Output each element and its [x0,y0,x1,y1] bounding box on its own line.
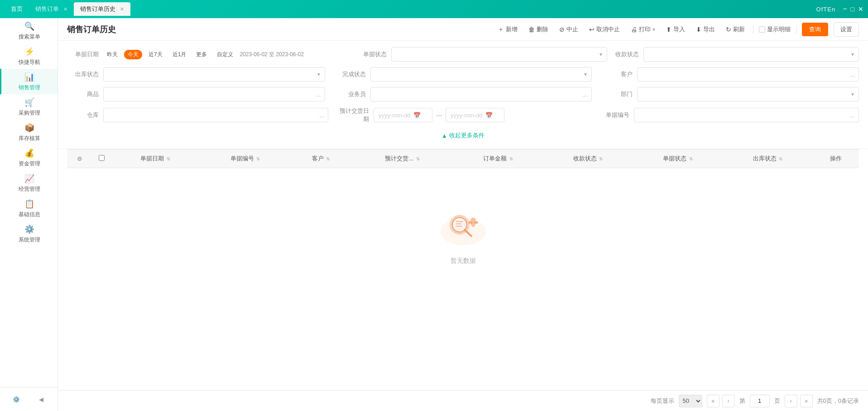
sidebar-settings-button[interactable]: ⚙️ [8,391,24,407]
filter-row-3: 商品 业务员 部门 ▾ [67,87,859,102]
header-row: ⚙ 单据日期 ⇅ 单据编号 ⇅ [67,150,859,168]
print-button[interactable]: 🖨 打印 ▾ [628,24,658,35]
payment-status-filter: 收款状态 ▾ [607,47,859,62]
delete-button[interactable]: 🗑 删除 [526,24,551,35]
sidebar-item-quick-nav[interactable]: ⚡ 快捷导航 [0,44,58,69]
sort-customer-icon[interactable]: ⇅ [326,156,330,161]
date-range-display: 2023-06-02 至 2023-06-02 [240,51,303,58]
sort-payment-icon[interactable]: ⇅ [599,156,603,161]
page-input[interactable] [750,395,770,407]
settings-button[interactable]: 设置 [834,22,859,37]
sort-date-icon[interactable]: ⇅ [167,156,170,161]
show-detail-checkbox[interactable]: 显示明细 [759,25,791,34]
order-no-input[interactable] [634,108,859,122]
query-button[interactable]: 查询 [802,23,828,36]
new-icon: ＋ [498,25,504,34]
inventory-icon: 📦 [24,123,34,133]
empty-text: 暂无数据 [451,257,476,265]
sidebar-item-sales-mgmt[interactable]: 📊 销售管理 [0,69,58,94]
select-all-checkbox[interactable] [99,155,105,161]
top-bar-right: OfTEn − □ ✕ [816,5,863,13]
date-btn-yesterday[interactable]: 昨天 [103,50,121,59]
tab-sales-history-close[interactable]: ✕ [120,6,124,12]
product-input[interactable] [103,87,325,102]
new-button[interactable]: ＋ 新增 [495,24,520,35]
page-title: 销售订单历史 [67,24,116,35]
export-button[interactable]: ⬇ 导出 [693,24,718,35]
sort-status-icon[interactable]: ⇅ [689,156,693,161]
th-outbound-label: 出库状态 [753,155,777,162]
maximize-button[interactable]: □ [851,5,854,13]
minimize-button[interactable]: − [843,5,847,13]
date-btn-custom[interactable]: 自定义 [213,50,237,59]
date-filter-group: 昨天 今天 近7天 近1月 更多 自定义 2023-06-02 至 2023-0… [103,50,355,59]
sort-amount-icon[interactable]: ⇅ [509,156,513,161]
filter-row-2: 出库状态 ▾ 完成状态 ▾ 客户 [67,67,859,82]
delivery-status-label: 出库状态 [67,70,103,78]
new-label: 新增 [506,25,518,34]
print-dropdown-icon: ▾ [652,26,655,33]
tab-home[interactable]: 首页 [5,2,29,16]
first-page-button[interactable]: « [707,395,719,407]
last-page-button[interactable]: » [800,395,813,407]
completion-status-select[interactable]: ▾ [370,67,592,82]
salesperson-label: 业务员 [334,90,370,98]
cancel-stop-button[interactable]: ↩ 取消中止 [586,24,623,35]
expected-date-from[interactable]: yyyy-mm-dd 📅 [374,108,432,122]
order-status-select[interactable]: ▾ [391,47,607,62]
tab-sales-history[interactable]: 销售订单历史 ✕ [74,2,130,16]
tab-sales-order-close[interactable]: ✕ [63,6,67,12]
print-icon: 🖨 [631,26,637,33]
expected-date-range: yyyy-mm-dd 📅 — yyyy-mm-dd 📅 [374,108,589,122]
toolbar-divider [753,25,753,34]
top-bar: 首页 销售订单 ✕ 销售订单历史 ✕ OfTEn − □ ✕ [0,0,868,18]
stop-button[interactable]: ⊘ 中止 [556,24,581,35]
sort-number-icon[interactable]: ⇅ [256,156,260,161]
delivery-status-chevron: ▾ [317,71,320,77]
sidebar-item-base-info[interactable]: 📋 基础信息 [0,196,58,221]
sort-outbound-icon[interactable]: ⇅ [779,156,782,161]
expected-date-to[interactable]: yyyy-mm-dd 📅 [446,108,504,122]
prev-page-button[interactable]: ‹ [722,395,735,407]
search-menu-icon: 🔍 [24,21,34,31]
delete-icon: 🗑 [528,26,535,33]
table-header: ⚙ 单据日期 ⇅ 单据编号 ⇅ [67,150,859,168]
next-page-button[interactable]: › [785,395,797,407]
stop-label: 中止 [566,25,578,34]
import-button[interactable]: ⬆ 导入 [663,24,688,35]
per-page-select[interactable]: 50 10 20 100 [679,395,702,407]
department-select[interactable]: ▾ [637,87,859,102]
completion-status-chevron: ▾ [584,71,587,77]
sidebar-collapse-button[interactable]: ◀ [33,391,49,407]
payment-status-chevron: ▾ [851,51,854,58]
refresh-button[interactable]: ↻ 刷新 [723,24,748,35]
sidebar-item-finance[interactable]: 💰 资金管理 [0,145,58,170]
customer-input[interactable] [637,67,859,82]
sidebar-operations-label: 经营管理 [19,185,40,193]
sidebar-item-purchase-mgmt[interactable]: 🛒 采购管理 [0,94,58,120]
expected-date-label: 预计交货日期 [337,107,374,123]
date-btn-today[interactable]: 今天 [124,50,142,59]
sort-delivery-icon[interactable]: ⇅ [416,156,420,161]
warehouse-input[interactable] [103,108,328,122]
salesperson-input[interactable] [370,87,592,102]
sidebar-bottom: ⚙️ ◀ [0,387,58,411]
sidebar-item-system[interactable]: ⚙️ 系统管理 [0,221,58,247]
sidebar: 🔍 搜索菜单 ⚡ 快捷导航 📊 销售管理 🛒 采购管理 📦 库存核算 💰 资金管… [0,18,58,411]
collapse-button[interactable]: ▲ 收起更多条件 [440,130,486,141]
table-settings-button[interactable]: ⚙ [71,150,89,168]
date-btn-more[interactable]: 更多 [192,50,211,59]
th-settings: ⚙ [67,150,92,168]
date-btn-7days[interactable]: 近7天 [145,50,166,59]
tab-sales-order[interactable]: 销售订单 ✕ [29,2,74,16]
sidebar-item-inventory[interactable]: 📦 库存核算 [0,120,58,145]
toolbar: ＋ 新增 🗑 删除 ⊘ 中止 ↩ 取消中止 🖨 打印 [495,22,859,37]
toolbar-divider2 [796,25,796,34]
close-button[interactable]: ✕ [858,5,863,13]
sidebar-item-operations[interactable]: 📈 经营管理 [0,170,58,196]
sidebar-sales-mgmt-label: 销售管理 [19,84,40,92]
payment-status-select[interactable]: ▾ [643,47,859,62]
date-btn-1month[interactable]: 近1月 [169,50,190,59]
sidebar-item-search-menu[interactable]: 🔍 搜索菜单 [0,18,58,44]
delivery-status-select[interactable]: ▾ [103,67,325,82]
